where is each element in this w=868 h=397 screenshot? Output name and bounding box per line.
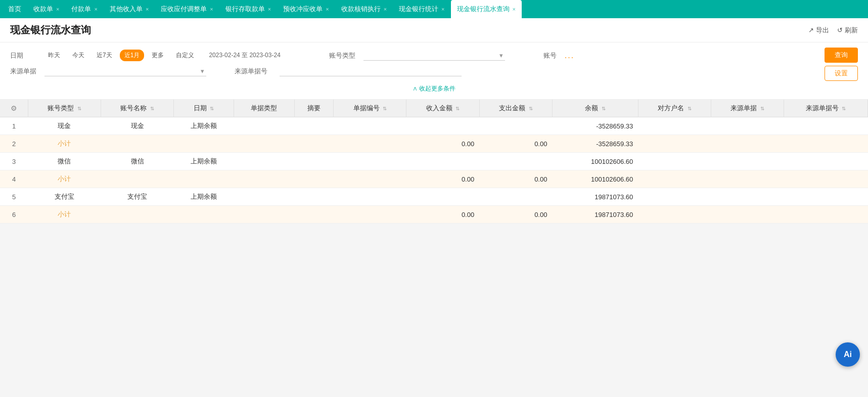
close-icon[interactable]: × (94, 6, 97, 12)
col-account-name[interactable]: 账号名称 ⇅ (101, 100, 173, 117)
cell-source-doc-num (784, 170, 868, 188)
row-num: 2 (0, 135, 28, 153)
account-ellipsis[interactable]: ... (565, 51, 574, 60)
sort-icon: ⇅ (77, 106, 81, 111)
export-button[interactable]: ↗ 导出 (808, 26, 829, 35)
settings-gear-icon[interactable]: ⚙ (11, 104, 17, 112)
header-actions: ↗ 导出 ↺ 刷新 (808, 26, 858, 35)
sort-icon: ⇅ (529, 106, 533, 111)
col-balance[interactable]: 余额 ⇅ (552, 100, 638, 117)
data-table: ⚙ 账号类型 ⇅ 账号名称 ⇅ 日期 ⇅ 单据类型 摘要 (0, 100, 868, 224)
close-icon[interactable]: × (441, 6, 444, 12)
sort-icon: ⇅ (842, 106, 846, 111)
cell-expense: 0.00 (479, 135, 552, 153)
refresh-icon: ↺ (837, 26, 843, 34)
date-options: 昨天 今天 近7天 近1月 更多 自定义 (43, 50, 199, 61)
cell-doc-type (234, 153, 294, 170)
col-doc-number[interactable]: 单据编号 ⇅ (334, 100, 406, 117)
cell-source-doc-num (784, 153, 868, 170)
cell-account-name (101, 206, 173, 224)
close-icon[interactable]: × (146, 6, 149, 12)
cell-summary (294, 135, 333, 153)
date-btn-today[interactable]: 今天 (68, 50, 89, 61)
date-range-display: 2023-02-24 至 2023-03-24 (209, 51, 280, 60)
col-date[interactable]: 日期 ⇅ (174, 100, 234, 117)
cell-expense (479, 153, 552, 170)
cell-income (406, 153, 479, 170)
col-expense[interactable]: 支出金额 ⇅ (479, 100, 552, 117)
filter-row-date: 日期 昨天 今天 近7天 近1月 更多 自定义 2023-02-24 至 202… (10, 50, 858, 61)
cell-date (174, 135, 234, 153)
cell-source-doc (711, 153, 784, 170)
col-income[interactable]: 收入金额 ⇅ (406, 100, 479, 117)
nav-tab-cash-stats[interactable]: 现金银行统计 × (393, 0, 450, 18)
account-label: 账号 (543, 51, 557, 60)
settings-button[interactable]: 设置 (825, 66, 858, 81)
col-summary[interactable]: 摘要 (294, 100, 333, 117)
nav-tab-ar-ap-adjust[interactable]: 应收应付调整单 × (155, 0, 219, 18)
table-row[interactable]: 5 支付宝 支付宝 上期余额 19871073.60 (0, 188, 868, 206)
cell-counterparty (638, 206, 711, 224)
date-btn-1month[interactable]: 近1月 (120, 50, 145, 61)
source-doc-select[interactable]: ▾ (44, 66, 206, 76)
col-doc-type[interactable]: 单据类型 (234, 100, 294, 117)
close-icon[interactable]: × (326, 6, 329, 12)
refresh-button[interactable]: ↺ 刷新 (837, 26, 858, 35)
query-button[interactable]: 查询 (825, 48, 858, 63)
close-icon[interactable]: × (56, 6, 59, 12)
close-icon[interactable]: × (268, 6, 271, 12)
close-icon[interactable]: × (210, 6, 213, 12)
row-num: 6 (0, 206, 28, 224)
nav-tab-receipts[interactable]: 收款单 × (27, 0, 65, 18)
nav-tab-prepayment[interactable]: 预收冲应收单 × (277, 0, 335, 18)
cell-income (406, 117, 479, 135)
cell-counterparty (638, 188, 711, 206)
table-row[interactable]: 3 微信 微信 上期余额 100102606.60 (0, 153, 868, 170)
cell-account-type: 小计 (28, 135, 101, 153)
col-source-doc[interactable]: 来源单据 ⇅ (711, 100, 784, 117)
cell-account-type: 小计 (28, 170, 101, 188)
collapse-icon: ∧ (413, 85, 418, 92)
cell-expense (479, 117, 552, 135)
filter-row-source: 来源单据 ▾ 来源单据号 (10, 66, 858, 76)
cell-counterparty (638, 117, 711, 135)
col-gear[interactable]: ⚙ (0, 100, 28, 117)
cell-expense (479, 188, 552, 206)
cell-doc-type (234, 188, 294, 206)
cell-account-name (101, 135, 173, 153)
col-account-type[interactable]: 账号类型 ⇅ (28, 100, 101, 117)
top-navigation: 首页 收款单 × 付款单 × 其他收入单 × 应收应付调整单 × 银行存取款单 … (0, 0, 868, 18)
table-row[interactable]: 6 小计 0.00 0.00 19871073.60 (0, 206, 868, 224)
collapse-bar[interactable]: ∧ 收起更多条件 (10, 81, 858, 94)
col-source-doc-num[interactable]: 来源单据号 ⇅ (784, 100, 868, 117)
nav-tab-payments[interactable]: 付款单 × (65, 0, 103, 18)
cell-counterparty (638, 153, 711, 170)
nav-tab-bank-deposit[interactable]: 银行存取款单 × (219, 0, 277, 18)
date-btn-yesterday[interactable]: 昨天 (43, 50, 65, 61)
table-row[interactable]: 4 小计 0.00 0.00 100102606.60 (0, 170, 868, 188)
col-counterparty[interactable]: 对方户名 ⇅ (638, 100, 711, 117)
close-icon[interactable]: × (384, 6, 387, 12)
cell-balance: 100102606.60 (552, 170, 638, 188)
nav-tab-write-off[interactable]: 收款核销执行 × (335, 0, 393, 18)
sort-icon: ⇅ (383, 106, 387, 111)
cell-account-type: 支付宝 (28, 188, 101, 206)
nav-home[interactable]: 首页 (2, 5, 27, 14)
cell-account-name (101, 170, 173, 188)
date-btn-more[interactable]: 更多 (147, 50, 168, 61)
account-type-select[interactable]: ▾ (363, 51, 505, 61)
cell-source-doc-num (784, 135, 868, 153)
cell-date: 上期余额 (174, 188, 234, 206)
date-btn-custom[interactable]: 自定义 (171, 50, 199, 61)
cell-summary (294, 206, 333, 224)
source-doc-num-input[interactable] (280, 66, 462, 76)
nav-tab-cash-flow[interactable]: 现金银行流水查询 × (451, 0, 522, 18)
table-row[interactable]: 2 小计 0.00 0.00 -3528659.33 (0, 135, 868, 153)
nav-tab-other-income[interactable]: 其他收入单 × (104, 0, 155, 18)
cell-doc-type (234, 117, 294, 135)
cell-income (406, 188, 479, 206)
date-btn-7days[interactable]: 近7天 (92, 50, 117, 61)
table-row[interactable]: 1 现金 现金 上期余额 -3528659.33 (0, 117, 868, 135)
cell-doc-number (334, 206, 406, 224)
close-icon[interactable]: × (513, 6, 516, 12)
